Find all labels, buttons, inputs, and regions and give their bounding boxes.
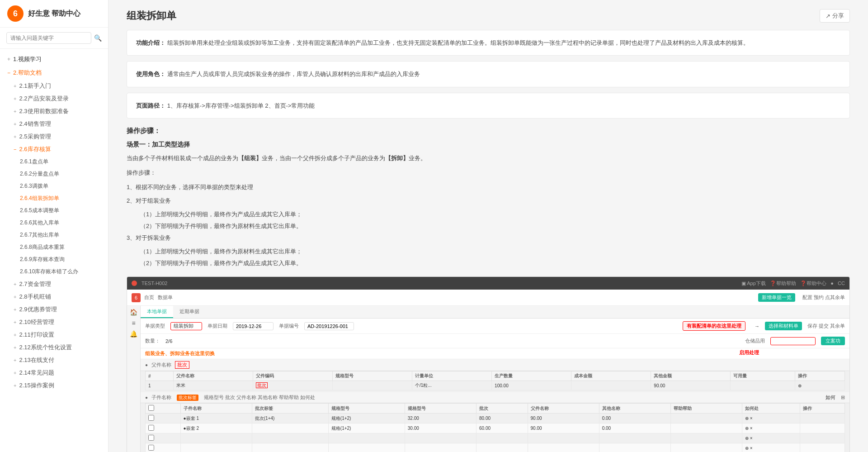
sidebar-item-265[interactable]: 2.6.5成本调整单 [0,205,108,217]
sidebar-item-261[interactable]: 2.6.1盘点单 [0,156,108,168]
sidebar-item-label: 2.9优惠券管理 [19,305,57,314]
share-label: 分享 [832,12,844,20]
mock-date-label: 单据日期 [208,323,227,329]
sidebar-item-24[interactable]: + 2.4销售管理 [0,118,108,130]
mock-lower-sub: 如何 [826,394,835,401]
sidebar-item-28[interactable]: + 2.8手机旺铺 [0,290,108,303]
sidebar-item-label: 2.1新手入门 [19,82,51,90]
sidebar-item-267[interactable]: 2.6.7其他出库单 [0,229,108,241]
mock-warehouse-label: 仓储品用 [745,338,765,344]
mock-lower-label: 子件名称 [151,394,171,401]
sidebar-item-25[interactable]: + 2.5采购管理 [0,130,108,143]
screenshot-container: TEST-H002 ▣ App下载 ❓帮助帮助 ❓帮助中心 ● CC 6 自页 … [127,276,850,452]
mock-confirm-btn[interactable]: 立案功 [821,337,845,345]
sidebar-item-27[interactable]: + 2.7资金管理 [0,278,108,290]
sidebar-item-label: 2.11打印设置 [19,331,54,339]
sidebar-item-264[interactable]: 2.6.4组装拆卸单 [0,192,108,205]
sidebar-item-22[interactable]: + 2.2产品安装及登录 [0,92,108,105]
mock-icon-bell[interactable]: 🔔 [130,330,137,338]
sidebar-item-269[interactable]: 2.6.9库存账本查询 [0,253,108,266]
mock-warehouse-input[interactable] [770,337,816,345]
role-card: 使用角色： 通常由生产人员或库管人员完成拆装业务的操作，库管人员确认原材料的出库… [127,61,850,87]
collapse-icon: − [14,147,16,152]
mock-date-input[interactable] [233,322,274,330]
share-button[interactable]: ↗ 分享 [820,9,850,23]
sidebar-item-label: 2.帮助文档 [13,69,42,77]
sidebar-item-label: 1.视频学习 [13,55,42,63]
mock-scene-annotation: 组装业务、拆卸业务在这里切换 启用处理 [141,348,849,359]
sidebar-item-23[interactable]: + 2.3使用前数据准备 [0,105,108,118]
expand-icon: + [14,357,16,363]
expand-icon: + [14,134,16,139]
sidebar-item-215[interactable]: + 2.15操作案例 [0,379,108,392]
th-available: 可用量 [731,371,795,381]
expand-icon: + [14,96,16,101]
expand-icon: + [14,332,16,338]
app-title: 好生意 帮助中心 [28,9,80,19]
select-all-check[interactable] [148,405,154,411]
sidebar-item-26[interactable]: − 2.6库存核算 [0,143,108,156]
mock-nav-home[interactable]: 自页 [144,294,154,301]
sidebar-item-211[interactable]: + 2.11打印设置 [0,328,108,341]
mock-more-nav: 配置 预约 点其余单 [802,294,845,301]
mock-expand-icon[interactable]: ⊞ [841,395,845,400]
mock-number-input[interactable] [304,322,354,330]
sidebar-item-212[interactable]: + 2.12系统个性化设置 [0,341,108,354]
mock-nav-data[interactable]: 数据单 [158,294,173,301]
th-ops: 操作 [795,371,845,381]
mock-upper-highlight: 批次 [175,361,189,369]
mock-sidebar-icons: 🏠 ≡ 🔔 [127,306,141,452]
row-check[interactable] [148,415,154,421]
search-icon[interactable]: 🔍 [94,34,102,42]
mock-type-input[interactable] [170,322,202,330]
page-title: 组装拆卸单 [127,9,176,23]
role-label: 使用角色： [136,71,165,77]
sidebar-item-2610[interactable]: 2.6.10库存账本错了么办 [0,266,108,278]
sidebar-item-262[interactable]: 2.6.2分量盘点单 [0,168,108,180]
th-check [146,404,181,414]
sidebar-item-21[interactable]: + 2.1新手入门 [0,80,108,92]
mock-tab-local[interactable]: 本地单据 [141,306,173,318]
th-qty-prod: 生产数量 [492,371,571,381]
row-check[interactable] [148,445,154,451]
mock-logo: 6 [132,293,141,302]
expand-icon: + [14,345,16,350]
row-check[interactable] [148,425,154,431]
mock-select-btn[interactable]: 选择和材料单 [765,322,802,330]
mock-new-btn[interactable]: 新增单据一览 [758,293,795,302]
table-row: ⊕ × [146,433,845,443]
sidebar-item-210[interactable]: + 2.10经营管理 [0,316,108,328]
mock-icon-list[interactable]: ≡ [132,319,135,327]
mock-qty-label: 数量： [145,338,160,344]
content-body: 功能介绍： 组装拆卸单用来处理企业组装或拆卸等加工业务，支持有固定装配清单的产品… [108,30,868,452]
scene1-steps-title: 操作步骤： [127,167,850,179]
share-icon: ↗ [826,13,830,19]
mock-tab-recent[interactable]: 近期单据 [173,306,206,318]
sidebar-item-29[interactable]: + 2.9优惠券管理 [0,303,108,316]
sidebar-item-label: 2.7资金管理 [19,280,51,288]
th-child-spec1: 规格型号 [328,404,405,414]
sidebar-item-268[interactable]: 2.6.8商品成本重算 [0,241,108,253]
scene1-title: 场景一：加工类型选择 [127,141,850,149]
sidebar-item-213[interactable]: + 2.13在线支付 [0,354,108,366]
sidebar-item-video[interactable]: + 1.视频学习 [0,52,108,66]
sidebar-item-label: 2.14常见问题 [19,369,54,377]
intro-text: 组装拆卸单用来处理企业组装或拆卸等加工业务，支持有固定装配清单的产品加工业务，也… [167,39,749,46]
sidebar-item-266[interactable]: 2.6.6其他入库单 [0,217,108,229]
mock-tabs: 本地单据 近期单据 [141,306,849,319]
sidebar-item-214[interactable]: + 2.14常见问题 [0,366,108,379]
mock-content-area: 🏠 ≡ 🔔 本地单据 近期单据 单据类型 [127,306,849,452]
th-parent-code: 父件编码 [253,371,332,381]
search-input[interactable] [6,32,91,44]
step-2: 2、对于组装业务 [127,195,850,207]
sidebar-item-263[interactable]: 2.6.3调拨单 [0,180,108,192]
collapse-icon: − [7,70,10,76]
mock-icon-home[interactable]: 🏠 [130,309,137,316]
logo-icon: 6 [7,5,24,22]
td-num: 1 [146,381,174,390]
expand-icon: + [14,83,16,89]
step-3-1: （1）上部明细为父件明细，最终作为原材料生成其它出库单； [127,246,850,257]
sidebar-item-help-docs[interactable]: − 2.帮助文档 [0,66,108,80]
th-parent-name: 父件名称 [173,371,253,381]
row-check[interactable] [148,435,154,441]
